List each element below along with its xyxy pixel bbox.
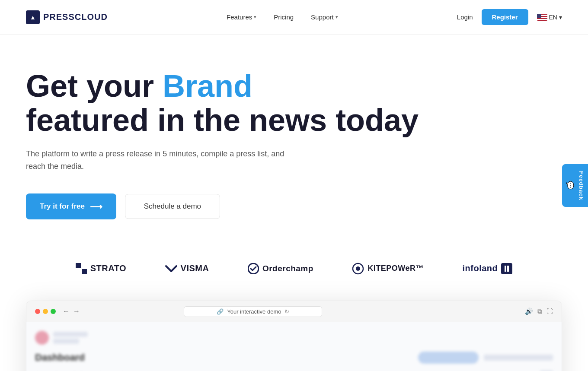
back-icon[interactable]: ← xyxy=(63,308,70,315)
logo-icon xyxy=(26,10,40,24)
feedback-label: Feedback xyxy=(578,171,585,200)
visma-icon xyxy=(165,264,177,273)
browser-dot-yellow xyxy=(43,309,48,314)
feedback-tab[interactable]: Feedback 💬 xyxy=(562,164,588,207)
svg-rect-0 xyxy=(76,263,81,268)
demo-section: ← → 🔗 Your interactive demo ↻ 🔊 ⧉ ⛶ xyxy=(26,301,562,371)
svg-point-4 xyxy=(356,266,360,271)
visma-logo: VISMA xyxy=(165,263,209,273)
try-free-button[interactable]: Try it for free ⟶ xyxy=(26,193,116,219)
kitepower-icon xyxy=(352,263,364,275)
forward-icon[interactable]: → xyxy=(73,308,80,315)
browser-content: Dashboard Smart Press Release Suggestion… xyxy=(26,322,562,371)
browser-window: ← → 🔗 Your interactive demo ↻ 🔊 ⧉ ⛶ xyxy=(26,301,562,371)
link-icon: 🔗 xyxy=(217,308,224,315)
hero-buttons: Try it for free ⟶ Schedule a demo xyxy=(26,193,562,219)
navbar: PRESSCLOUD Features ▾ Pricing Support ▾ … xyxy=(0,0,588,35)
svg-rect-5 xyxy=(501,263,512,274)
strato-logo: STRATO xyxy=(76,263,126,274)
nav-actions: Login Register EN ▾ xyxy=(457,9,562,25)
browser-dot-red xyxy=(35,309,40,314)
chevron-down-icon: ▾ xyxy=(559,14,562,21)
demo-text-3 xyxy=(484,355,553,361)
demo-dashboard-title: Dashboard xyxy=(35,352,85,363)
browser-dot-green xyxy=(51,309,56,314)
register-button[interactable]: Register xyxy=(482,9,528,25)
demo-text-1 xyxy=(53,332,88,337)
demo-avatar xyxy=(35,331,49,345)
browser-url-bar[interactable]: 🔗 Your interactive demo ↻ xyxy=(184,306,322,317)
kitepower-logo: KITEPOWeR™ xyxy=(352,263,424,275)
hero-section: Get your Brand featured in the news toda… xyxy=(0,35,588,371)
demo-pill-1 xyxy=(418,352,479,364)
orderchamp-logo: Orderchamp xyxy=(248,263,313,274)
flag-icon xyxy=(537,14,547,21)
browser-controls: 🔊 ⧉ ⛶ xyxy=(525,308,553,315)
demo-content-row-1 xyxy=(35,331,553,345)
fullscreen-icon[interactable]: ⛶ xyxy=(546,308,553,315)
nav-pricing[interactable]: Pricing xyxy=(274,13,294,21)
strato-icon xyxy=(76,263,87,274)
share-icon: ⧉ xyxy=(537,308,542,315)
logo-link[interactable]: PRESSCLOUD xyxy=(26,10,108,24)
browser-dots xyxy=(35,309,56,314)
schedule-demo-button[interactable]: Schedule a demo xyxy=(125,194,220,219)
nav-support[interactable]: Support ▾ xyxy=(311,13,338,21)
brand-word: Brand xyxy=(163,69,252,103)
arrow-right-icon: ⟶ xyxy=(90,201,102,212)
svg-rect-1 xyxy=(82,269,87,274)
volume-icon: 🔊 xyxy=(525,308,533,315)
refresh-icon: ↻ xyxy=(284,308,289,315)
chevron-down-icon: ▾ xyxy=(336,14,338,20)
browser-bar: ← → 🔗 Your interactive demo ↻ 🔊 ⧉ ⛶ xyxy=(26,301,562,322)
chevron-down-icon: ▾ xyxy=(254,14,256,20)
infoland-logo: infoland xyxy=(463,263,513,274)
svg-rect-6 xyxy=(505,266,506,272)
feedback-icon: 💬 xyxy=(566,181,574,190)
logo-text: PRESSCLOUD xyxy=(43,12,108,22)
hero-subheadline: The platform to write a press release in… xyxy=(26,148,285,173)
infoland-icon xyxy=(501,263,512,274)
demo-content-row-2: Dashboard xyxy=(35,352,553,364)
demo-text-2 xyxy=(53,339,79,344)
login-button[interactable]: Login xyxy=(457,13,473,21)
language-selector[interactable]: EN ▾ xyxy=(537,14,562,21)
partner-logos: STRATO VISMA Orderchamp KITEPOWeR™ xyxy=(56,254,532,301)
svg-rect-7 xyxy=(507,266,509,272)
nav-links: Features ▾ Pricing Support ▾ xyxy=(227,13,338,21)
orderchamp-icon xyxy=(248,263,259,274)
hero-headline: Get your Brand featured in the news toda… xyxy=(26,69,562,137)
browser-nav: ← → xyxy=(63,308,80,315)
nav-features[interactable]: Features ▾ xyxy=(227,13,256,21)
